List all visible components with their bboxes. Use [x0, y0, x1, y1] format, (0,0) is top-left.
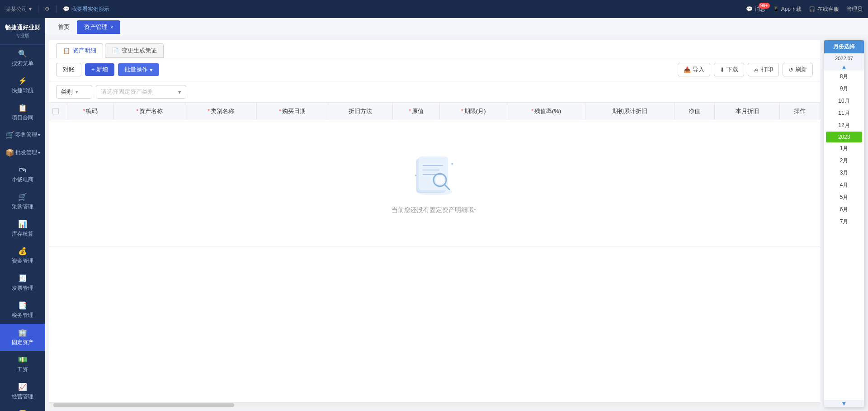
download-label: 下载: [726, 66, 738, 74]
batch-ops-button[interactable]: 批量操作 ▾: [118, 63, 159, 76]
month-item-4[interactable]: 4月: [824, 179, 864, 191]
sidebar-label-search: 搜索菜单: [12, 60, 33, 67]
sidebar-item-purchase[interactable]: 🛒 采购管理: [0, 188, 45, 215]
month-up-button[interactable]: ▲: [841, 63, 847, 71]
app-download-button[interactable]: 📱 App下载: [773, 5, 802, 13]
sidebar-item-ecommerce[interactable]: 🛍 小畅电商: [0, 161, 45, 188]
month-panel: 月份选择 2022.07 ▲ 8月 9月 10月 11月 12月 2023 1月…: [824, 40, 864, 407]
th-accumulated-label: 期初累计折旧: [612, 108, 647, 114]
month-item-10[interactable]: 10月: [824, 95, 864, 107]
sidebar-item-retail[interactable]: 🛒 零售管理 ▾: [0, 126, 45, 144]
month-item-8[interactable]: 8月: [824, 71, 864, 83]
sidebar-label-ecommerce: 小畅电商: [12, 176, 33, 184]
sidebar-item-project[interactable]: 📋 项目合同: [0, 99, 45, 126]
th-purchase-date-label: 购买日期: [282, 108, 306, 114]
th-code: *编码: [67, 103, 114, 120]
month-item-9[interactable]: 9月: [824, 83, 864, 95]
sidebar-item-ledger[interactable]: 📒 总账管理: [0, 405, 45, 411]
reconcile-button[interactable]: 对账: [56, 63, 81, 76]
month-item-7[interactable]: 7月: [824, 216, 864, 228]
sub-tab-asset-detail-label: 资产明细: [73, 47, 96, 55]
add-button[interactable]: + 新增: [85, 63, 114, 76]
sub-tab-change-voucher[interactable]: 📄 变更生成凭证: [105, 43, 164, 58]
import-icon: 📥: [684, 66, 691, 73]
download-icon: ⬇: [720, 66, 725, 73]
input-arrow-icon: ▾: [178, 89, 181, 95]
company-selector[interactable]: 某某公司 ▾: [5, 5, 32, 13]
sidebar-item-invoice[interactable]: 🧾 发票管理: [0, 269, 45, 297]
th-depreciation: 折旧方法: [328, 103, 393, 120]
empty-illustration: ✦ ✦: [407, 152, 462, 197]
month-item-2023[interactable]: 2023: [826, 132, 862, 142]
category-input[interactable]: 请选择固定资产类别 ▾: [96, 85, 186, 99]
sidebar-item-search[interactable]: 🔍 搜索菜单: [0, 45, 45, 72]
month-up-button-wrapper: ▲: [824, 63, 864, 71]
demo-link[interactable]: 💬 我要看实例演示: [63, 5, 109, 13]
brand-name: 畅捷通好业财: [4, 24, 42, 32]
select-all-checkbox[interactable]: [52, 108, 59, 114]
month-item-3[interactable]: 3月: [824, 167, 864, 179]
refresh-icon: ↺: [788, 66, 793, 73]
bottom-scrollbar[interactable]: [49, 402, 820, 407]
asset-table: *编码 *资产名称 *类别名称 *购买日期 折旧方法 *原值 *期限(月) *残…: [49, 103, 820, 246]
content-area: 首页 资产管理 × 📋 资产明细 📄 变更生成凭证: [45, 18, 868, 411]
sidebar-item-operations[interactable]: 📈 经营管理: [0, 378, 45, 405]
search-icon: 🔍: [18, 49, 27, 58]
tab-close-icon[interactable]: ×: [110, 24, 113, 30]
sidebar-item-salary[interactable]: 💵 工资: [0, 351, 45, 378]
print-icon: 🖨: [754, 66, 760, 73]
divider2: [56, 5, 57, 13]
th-select: [49, 103, 67, 120]
sidebar-label-quicknav: 快捷导航: [12, 87, 33, 94]
finance-icon: 💰: [18, 247, 27, 255]
tab-home[interactable]: 首页: [51, 20, 77, 34]
th-monthly: 本月折旧: [715, 103, 779, 120]
sidebar-item-fixed-assets[interactable]: 🏢 固定资产: [0, 324, 45, 351]
th-operation: 操作: [779, 103, 820, 120]
page-content: 📋 资产明细 📄 变更生成凭证 对账 + 新增 批量操作: [45, 36, 868, 411]
th-code-label: 编码: [86, 108, 98, 114]
message-icon: 💬: [746, 6, 753, 12]
tab-asset-management[interactable]: 资产管理 ×: [77, 20, 120, 34]
print-button[interactable]: 🖨 打印: [748, 63, 779, 76]
th-original-value: *原值: [393, 103, 440, 120]
month-item-12[interactable]: 12月: [824, 119, 864, 132]
message-button[interactable]: 💬 消息 99+: [746, 5, 765, 13]
th-original-value-label: 原值: [412, 108, 424, 114]
th-category: *类别名称: [185, 103, 257, 120]
import-button[interactable]: 📥 导入: [678, 63, 710, 76]
sidebar-item-tax[interactable]: 📑 税务管理: [0, 297, 45, 324]
wholesale-arrow: ▾: [38, 150, 40, 155]
salary-icon: 💵: [18, 355, 27, 364]
sidebar-label-inventory: 库存核算: [12, 230, 33, 238]
month-item-6[interactable]: 6月: [824, 203, 864, 216]
month-item-11[interactable]: 11月: [824, 107, 864, 119]
th-monthly-label: 本月折旧: [736, 108, 759, 114]
category-filter[interactable]: 类别 ▾: [56, 85, 92, 99]
retail-icon: 🛒: [5, 131, 14, 139]
main-panel: 📋 资产明细 📄 变更生成凭证 对账 + 新增 批量操作: [49, 40, 820, 407]
sidebar-label-retail: 零售管理: [15, 131, 37, 139]
sub-tab-asset-detail[interactable]: 📋 资产明细: [56, 43, 103, 58]
sidebar-item-finance[interactable]: 💰 资金管理: [0, 242, 45, 269]
tab-home-label: 首页: [58, 23, 70, 31]
sidebar-item-inventory[interactable]: 📊 库存核算: [0, 215, 45, 242]
sidebar-brand: 畅捷通好业财 专业版: [0, 18, 45, 45]
month-item-1[interactable]: 1月: [824, 142, 864, 155]
settings-icon-wrapper[interactable]: ⚙: [45, 6, 50, 12]
refresh-button[interactable]: ↺ 刷新: [783, 63, 813, 76]
tab-asset-label: 资产管理: [84, 23, 108, 31]
category-arrow-icon: ▾: [75, 89, 78, 95]
demo-icon: 💬: [63, 6, 70, 12]
month-item-2[interactable]: 2月: [824, 155, 864, 167]
category-label: 类别: [61, 88, 73, 96]
sidebar-item-wholesale[interactable]: 📦 批发管理 ▾: [0, 144, 45, 161]
download-button[interactable]: ⬇ 下载: [714, 63, 744, 76]
month-panel-header: 月份选择: [824, 40, 864, 53]
online-service-button[interactable]: 🎧 在线客服: [809, 5, 839, 13]
dropdown-icon: ▾: [29, 6, 32, 12]
month-down-button[interactable]: ▼: [841, 400, 847, 407]
gear-icon: ⚙: [45, 6, 50, 12]
month-item-5[interactable]: 5月: [824, 191, 864, 203]
sidebar-item-quicknav[interactable]: ⚡ 快捷导航: [0, 72, 45, 99]
